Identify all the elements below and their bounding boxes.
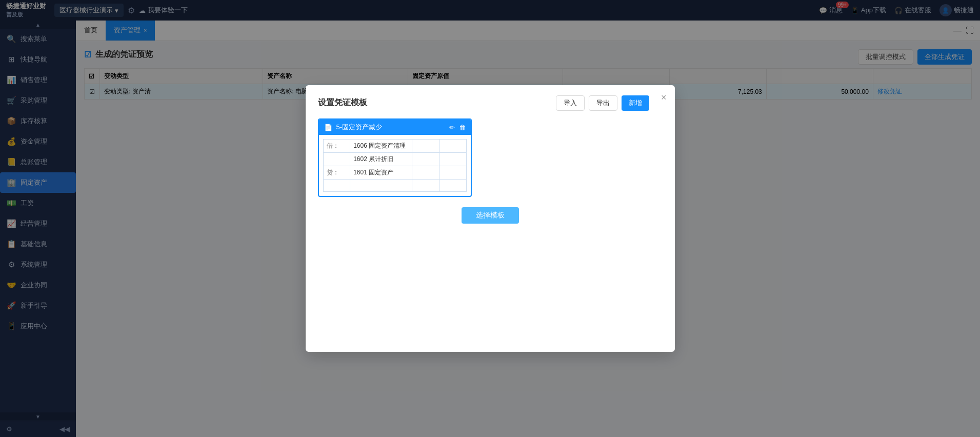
modal-toolbar: 导入 导出 新增 [556,95,649,111]
template-entry-row: 贷： 1601 固定资产 [323,166,466,180]
import-button[interactable]: 导入 [556,95,585,111]
template-doc-icon: 📄 [324,124,332,131]
modal-dialog: 设置凭证模板 导入 导出 新增 × 📄 5-固定资产减少 ✏ 🗑 [306,85,675,352]
template-card-actions: ✏ 🗑 [449,124,466,131]
template-card-body: 借： 1606 固定资产清理 1602 累计折旧 贷： [319,135,471,196]
template-entry-row: 借： 1606 固定资产清理 [323,140,466,153]
template-card: 📄 5-固定资产减少 ✏ 🗑 借： 1606 固定资产清理 [318,118,472,197]
template-entry-row-empty [323,180,466,192]
template-card-header: 📄 5-固定资产减少 ✏ 🗑 [319,120,471,135]
modal-overlay[interactable]: 设置凭证模板 导入 导出 新增 × 📄 5-固定资产减少 ✏ 🗑 [0,0,980,437]
new-button[interactable]: 新增 [622,95,649,111]
edit-icon[interactable]: ✏ [449,124,455,131]
template-entry-row: 1602 累计折旧 [323,153,466,166]
export-button[interactable]: 导出 [589,95,617,111]
modal-close-button[interactable]: × [661,92,667,103]
select-template-button[interactable]: 选择模板 [462,207,519,224]
template-name: 5-固定资产减少 [336,123,383,132]
template-entries-table: 借： 1606 固定资产清理 1602 累计折旧 贷： [323,139,467,192]
delete-icon[interactable]: 🗑 [459,124,466,131]
